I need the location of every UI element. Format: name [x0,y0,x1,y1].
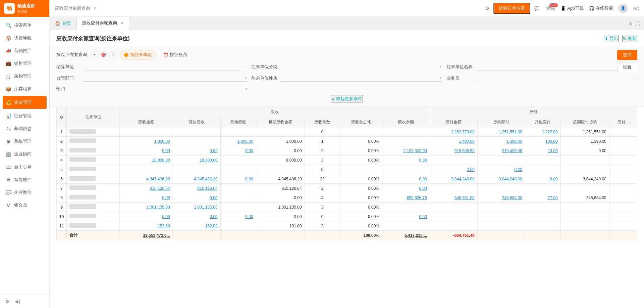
cell-link[interactable]: 915,495.56 [502,148,522,153]
dept-manage-select[interactable]: ▼ [83,75,247,82]
sidebar-item-base[interactable]: 🗂基础信息 [0,122,49,135]
cell-link[interactable]: 1,251,551.00 [499,130,522,134]
cell-link[interactable]: 152.00 [158,224,170,228]
promo-button[interactable]: 体验行业方案 [493,3,530,14]
app-download-button[interactable]: 📱 App下载 [560,5,584,11]
tab-home[interactable]: 🏠 首页 [50,17,77,30]
th-gear[interactable]: ⚙ [57,107,67,127]
online-service-button[interactable]: 🎧 在线客服 [589,5,613,11]
tab-close-icon[interactable]: ✕ [120,21,123,25]
setting-button[interactable]: 设置 [617,62,637,72]
edit-scheme-btn[interactable]: 🎯 [100,51,107,58]
cell-link[interactable]: 0.00 [550,177,557,181]
unit-category-select[interactable]: ▼ [280,63,442,70]
cell-link[interactable]: 0.00 [245,148,253,153]
table-settings-icon[interactable]: ⚙ [60,115,63,120]
sidebar-settings-btn[interactable]: ⚙ [5,299,9,304]
sidebar-collapse-btn[interactable]: ◀∥ [15,299,20,304]
footer-ar-ratio: 100.00% [340,231,382,240]
add-scheme-btn[interactable]: + [91,51,98,58]
cell-link[interactable]: 915,508.56 [454,148,475,153]
cell-link[interactable]: 4,345,436.20 [194,177,218,181]
cell-link[interactable]: 0.00 [210,148,217,153]
query-button[interactable]: 查询 [617,50,637,60]
cell-link[interactable]: 1,252,773.00 [451,130,475,134]
sidebar-item-marketing[interactable]: 📣营销推广 [0,44,49,57]
cell-link[interactable]: 0.00 [210,195,217,200]
cell-link[interactable]: 1,390.00 [506,139,522,144]
cell-link[interactable]: 0.00 [467,167,475,172]
sidebar-item-sales[interactable]: 💼销售管理 [0,57,49,70]
sidebar-item-finance[interactable]: 💰资金管理 [3,96,47,109]
cell-link[interactable]: 0.00 [245,177,253,181]
sidebar-item-mgmt[interactable]: 📊经营管理 [0,109,49,122]
cell-link[interactable]: 1,222.00 [542,130,558,134]
scheme-by-staff[interactable]: ⏰ 按业务员 [160,50,191,59]
cell-link[interactable]: 13.00 [548,148,558,153]
cell-link[interactable]: 0.00 [162,214,170,219]
cell-link[interactable]: 0.00 [514,167,522,172]
cell-link[interactable]: 1,000.00 [154,139,170,144]
row-ap-more [609,203,637,212]
unit-nature-select[interactable]: ▼ [280,75,442,82]
topbar-gear-icon[interactable]: ⚙ [485,5,489,11]
refresh-button[interactable]: ↻ 刷新 [622,35,637,42]
sidebar-item-member[interactable]: Ⅴ畅会员 [0,199,49,212]
cell-link[interactable]: 810,126.64 [150,186,170,191]
cell-link[interactable]: 0.00 [419,186,427,191]
cell-link[interactable]: 77.00 [548,195,558,200]
cell-link[interactable]: 345,761.00 [454,195,475,200]
sidebar-item-wechat[interactable]: 💬企业微信 [0,186,49,199]
footer-ar-amount[interactable]: 19,553,472.6... [120,231,173,240]
cell-link[interactable]: 3,044,240.00 [451,177,475,181]
cell-link[interactable]: 152.00 [205,224,218,228]
unit-name-input[interactable] [475,63,637,71]
tab-maximize-icon[interactable]: ⛶ [635,21,640,26]
cell-link[interactable]: 3,044,240.00 [499,177,522,181]
collapse-button[interactable]: ∧ 收起更多条件 [331,95,363,102]
sidebar-item-purchase[interactable]: 🛒采购管理 [0,70,49,83]
scheme-by-unit[interactable]: 🔶 按往来单位 [120,50,156,59]
cell-link[interactable]: 0.00 [245,214,253,219]
tab-close-window-icon[interactable]: ✕ [629,21,633,26]
cell-link[interactable]: 0.00 [419,158,427,163]
dept-select[interactable]: ▼ [83,86,248,92]
cell-link[interactable]: 18,000.00 [200,158,217,163]
cell-link[interactable]: 0.00 [162,148,170,153]
cell-link[interactable]: 345,684.00 [502,195,522,200]
tab-query[interactable]: 应收应付余额查询 ✕ [77,17,129,30]
cell-link[interactable]: 2,153,333.00 [404,148,427,153]
cell-link[interactable]: 1,000.00 [237,139,253,144]
cell-link[interactable]: 1,001,135.00 [147,205,170,210]
cell-link[interactable]: 1,001,135.00 [194,205,218,210]
footer-prepay[interactable]: 6,417,215.... [382,231,430,240]
sidebar-item-shortcut[interactable]: 🏠快捷导航 [0,32,49,44]
sidebar-item-hardware[interactable]: 🖥智能硬件 [0,173,49,186]
salesperson-input[interactable] [473,74,629,82]
sidebar-item-inventory[interactable]: 📦库存核算 [0,83,49,95]
username-label[interactable]: Rit [633,6,639,11]
settlement-input[interactable] [83,63,239,71]
user-avatar[interactable]: 👤 [619,4,628,13]
row-ap-more [609,184,637,193]
cell-link[interactable]: 0.00 [419,214,427,219]
more-scheme-btn[interactable]: 《 [108,51,116,58]
cell-link[interactable]: 0.00 [210,214,217,219]
salesperson-dots-icon[interactable]: ··· [633,75,637,81]
notification-button[interactable]: 💬 99+ 消息 [534,5,555,11]
export-button[interactable]: ⬆ 导出 [604,35,619,42]
settlement-dots-icon[interactable]: ··· [243,64,247,70]
cell-link[interactable]: 100.00 [545,139,558,144]
cell-link[interactable]: 810,126.64 [198,186,218,191]
row-num: 2 [57,137,67,146]
sidebar-item-system[interactable]: ⚙系统管理 [0,135,49,148]
cell-link[interactable]: 18,000.00 [152,158,170,163]
sidebar-item-corp[interactable]: 🏢企业协同 [0,148,49,161]
cell-link[interactable]: 0.00 [419,177,427,181]
sidebar-item-search[interactable]: 🔍搜索菜单 [0,19,49,32]
cell-link[interactable]: 655,636.75 [407,195,427,200]
cell-link[interactable]: 1,490.00 [459,139,475,144]
cell-link[interactable]: 4,345,436.20 [147,177,170,181]
cell-link[interactable]: 0.00 [162,195,170,200]
sidebar-item-guide[interactable]: 📖新手引导 [0,161,49,173]
